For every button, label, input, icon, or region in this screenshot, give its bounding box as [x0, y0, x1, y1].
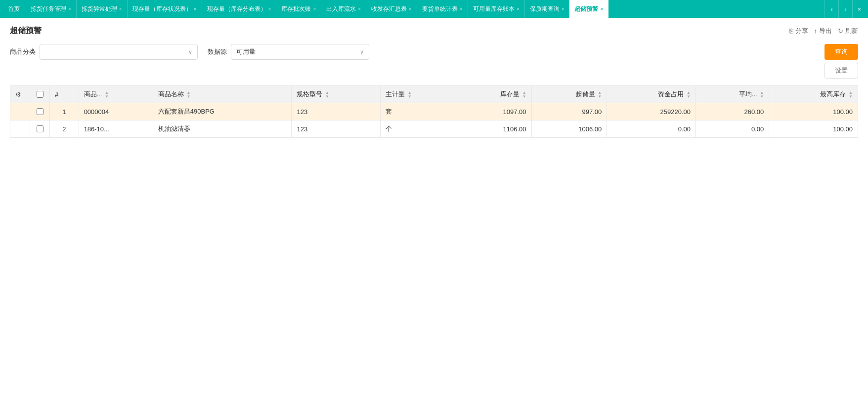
- page-header: 超储预警 ⎘ 分享 ↑ 导出 ↻ 刷新: [10, 26, 858, 36]
- refresh-button[interactable]: ↻ 刷新: [838, 27, 858, 36]
- nav-prev-button[interactable]: ‹: [825, 0, 838, 18]
- th-product-name[interactable]: 商品名称 ▲▼: [153, 86, 292, 103]
- nav-tab-2[interactable]: 现存量（库存状况表） ×: [128, 0, 202, 18]
- close-tab-0[interactable]: ×: [68, 6, 71, 12]
- td-stock-1: 1106.00: [456, 120, 531, 138]
- nav-tab-7[interactable]: 要货单统计表 ×: [417, 0, 468, 18]
- td-capital-0: 259220.00: [607, 103, 696, 120]
- close-tab-5[interactable]: ×: [358, 6, 361, 12]
- th-capital[interactable]: 资金占用 ▲▼: [607, 86, 696, 103]
- top-nav-bar: 首页 拣货任务管理 × 拣货异常处理 × 现存量（库存状况表） × 现存量（库存…: [0, 0, 868, 18]
- sort-unit-icon: ▲▼: [408, 91, 412, 99]
- close-tab-2[interactable]: ×: [194, 6, 197, 12]
- td-product-name-1: 机油滤清器: [153, 120, 292, 138]
- table-row: 1 0000004 六配套新昌490BPG 123 套 1097.00 997.…: [10, 103, 858, 120]
- td-product-name-0: 六配套新昌490BPG: [153, 103, 292, 120]
- query-button[interactable]: 查询: [825, 44, 858, 60]
- th-stock[interactable]: 库存量 ▲▼: [456, 86, 531, 103]
- action-buttons: 查询 设置: [825, 44, 858, 79]
- td-capital-1: 0.00: [607, 120, 696, 138]
- td-product-code-1: 186-10...: [79, 120, 153, 138]
- sort-product-name-icon: ▲▼: [186, 91, 190, 99]
- th-settings: ⚙: [10, 86, 30, 103]
- row-checkbox-1[interactable]: [37, 125, 43, 132]
- export-label: 导出: [819, 27, 832, 36]
- export-button[interactable]: ↑ 导出: [814, 27, 832, 36]
- nav-tab-4[interactable]: 库存批次账 ×: [276, 0, 321, 18]
- sort-overstock-icon: ▲▼: [598, 91, 602, 99]
- td-unit-1: 个: [381, 120, 456, 138]
- nav-tab-5[interactable]: 出入库流水 ×: [321, 0, 366, 18]
- sort-stock-icon: ▲▼: [522, 91, 526, 99]
- nav-tab-1[interactable]: 拣货异常处理 ×: [77, 0, 128, 18]
- table-header-row: ⚙ # 商品... ▲▼ 商品名称 ▲▼: [10, 86, 858, 103]
- nav-close-button[interactable]: ×: [852, 0, 866, 18]
- nav-tab-10[interactable]: 超储预警 ×: [569, 0, 608, 18]
- gear-icon[interactable]: ⚙: [15, 91, 21, 98]
- close-tab-8[interactable]: ×: [517, 6, 520, 12]
- data-table: ⚙ # 商品... ▲▼ 商品名称 ▲▼: [10, 85, 858, 138]
- td-overstock-0: 997.00: [531, 103, 607, 120]
- close-tab-6[interactable]: ×: [409, 6, 412, 12]
- nav-tab-0[interactable]: 拣货任务管理 ×: [26, 0, 77, 18]
- td-seq-0: 1: [50, 103, 79, 120]
- category-chevron-icon: ∨: [188, 49, 192, 55]
- sort-avg-price-icon: ▲▼: [760, 91, 764, 99]
- share-icon: ⎘: [789, 27, 793, 35]
- th-max-stock[interactable]: 最高库存 ▲▼: [769, 86, 858, 103]
- datasource-filter: 数据源 可用量 ∨: [208, 44, 369, 60]
- td-max-stock-1: 100.00: [769, 120, 858, 138]
- sort-capital-icon: ▲▼: [687, 91, 691, 99]
- td-unit-0: 套: [381, 103, 456, 120]
- sort-product-code-icon: ▲▼: [105, 91, 109, 99]
- share-button[interactable]: ⎘ 分享: [789, 27, 808, 36]
- close-tab-3[interactable]: ×: [268, 6, 271, 12]
- close-tab-1[interactable]: ×: [119, 6, 122, 12]
- datasource-chevron-icon: ∨: [360, 49, 364, 55]
- page-actions: ⎘ 分享 ↑ 导出 ↻ 刷新: [789, 27, 859, 36]
- sort-max-stock-icon: ▲▼: [849, 91, 853, 99]
- datasource-label: 数据源: [208, 47, 227, 56]
- th-avg-price[interactable]: 平均... ▲▼: [695, 86, 769, 103]
- td-spec-0: 123: [292, 103, 381, 120]
- page-title: 超储预警: [10, 26, 42, 36]
- nav-next-button[interactable]: ›: [838, 0, 852, 18]
- td-spec-1: 123: [292, 120, 381, 138]
- category-label: 商品分类: [10, 47, 36, 56]
- td-overstock-1: 1006.00: [531, 120, 607, 138]
- main-content: 超储预警 ⎘ 分享 ↑ 导出 ↻ 刷新 商品分类 ∨: [0, 18, 868, 395]
- row-checkbox-0[interactable]: [37, 108, 43, 115]
- close-tab-7[interactable]: ×: [460, 6, 463, 12]
- th-overstock[interactable]: 超储量 ▲▼: [531, 86, 607, 103]
- refresh-label: 刷新: [845, 27, 858, 36]
- select-all-checkbox[interactable]: [37, 91, 43, 98]
- category-select[interactable]: ∨: [40, 44, 198, 60]
- category-filter: 商品分类 ∨: [10, 44, 198, 60]
- th-spec[interactable]: 规格型号 ▲▼: [292, 86, 381, 103]
- datasource-select[interactable]: 可用量 ∨: [231, 44, 369, 60]
- nav-tab-8[interactable]: 可用量库存账本 ×: [468, 0, 525, 18]
- sort-spec-icon: ▲▼: [325, 91, 329, 99]
- nav-home[interactable]: 首页: [2, 0, 26, 18]
- close-tab-4[interactable]: ×: [313, 6, 316, 12]
- close-tab-9[interactable]: ×: [562, 6, 564, 12]
- td-check-1: [30, 120, 50, 138]
- table-row: 2 186-10... 机油滤清器 123 个 1106.00 1006.00 …: [10, 120, 858, 138]
- datasource-value: 可用量: [236, 47, 256, 56]
- nav-tab-9[interactable]: 保质期查询 ×: [525, 0, 570, 18]
- th-product-code[interactable]: 商品... ▲▼: [79, 86, 153, 103]
- td-product-code-0: 0000004: [79, 103, 153, 120]
- td-settings-1: [10, 120, 30, 138]
- td-avg-price-0: 260.00: [695, 103, 769, 120]
- td-stock-0: 1097.00: [456, 103, 531, 120]
- td-max-stock-0: 100.00: [769, 103, 858, 120]
- nav-tab-6[interactable]: 收发存汇总表 ×: [366, 0, 417, 18]
- th-unit[interactable]: 主计量 ▲▼: [381, 86, 456, 103]
- td-check-0: [30, 103, 50, 120]
- share-label: 分享: [795, 27, 808, 36]
- settings-button[interactable]: 设置: [825, 63, 858, 79]
- refresh-icon: ↻: [838, 27, 843, 35]
- nav-tab-3[interactable]: 现存量（库存分布表） ×: [202, 0, 277, 18]
- close-tab-10[interactable]: ×: [600, 6, 603, 12]
- td-seq-1: 2: [50, 120, 79, 138]
